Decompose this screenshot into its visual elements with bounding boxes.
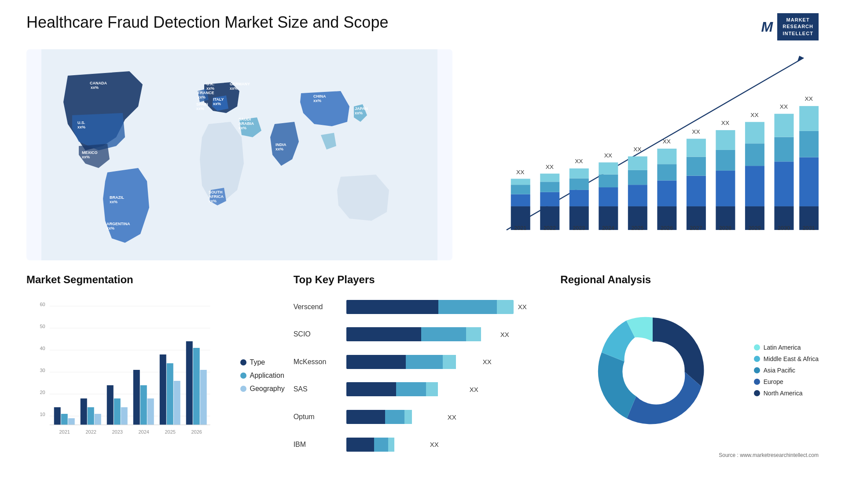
svg-text:2024: 2024 — [602, 225, 614, 231]
world-map-svg: CANADA xx% U.S. xx% MEXICO xx% BRAZIL xx… — [26, 49, 452, 260]
player-val-scio: XX — [500, 331, 514, 338]
svg-text:2024: 2024 — [139, 429, 149, 435]
segmentation-section: Market Segmentation 60 50 40 30 20 10 — [26, 274, 285, 458]
legend-application: Application — [240, 372, 285, 380]
svg-text:JAPAN: JAPAN — [355, 106, 368, 111]
svg-text:xx%: xx% — [213, 102, 221, 106]
svg-text:XX: XX — [750, 112, 758, 118]
svg-text:xx%: xx% — [206, 86, 214, 91]
regional-label-middle-east: Middle East & Africa — [764, 355, 819, 362]
svg-rect-130 — [200, 370, 207, 425]
players-title: Top Key Players — [294, 274, 552, 286]
svg-text:XX: XX — [633, 146, 641, 153]
svg-rect-58 — [628, 157, 647, 170]
svg-rect-120 — [114, 398, 121, 425]
svg-text:2029: 2029 — [748, 225, 760, 231]
svg-text:2025: 2025 — [165, 429, 176, 435]
svg-text:SAUDI: SAUDI — [239, 117, 251, 121]
svg-text:30: 30 — [40, 368, 45, 373]
player-name-3: SAS — [294, 385, 338, 393]
legend-dot-geography — [240, 386, 246, 392]
player-bar-bg-mckesson — [346, 355, 478, 369]
svg-rect-48 — [569, 168, 589, 179]
segmentation-content: 60 50 40 30 20 10 — [26, 293, 285, 458]
svg-text:XX: XX — [575, 158, 583, 164]
svg-text:40: 40 — [40, 346, 45, 351]
regional-dot-europe — [754, 379, 760, 385]
regional-legend-asia-pacific: Asia Pacific — [754, 367, 819, 374]
player-name-0: Verscend — [294, 303, 338, 311]
player-name-1: SCIO — [294, 330, 338, 338]
regional-label-europe: Europe — [764, 378, 783, 385]
svg-text:XX: XX — [780, 103, 788, 110]
svg-rect-73 — [716, 130, 735, 150]
bar-chart-section: XX XX XX XX — [470, 49, 819, 260]
players-bars-list: XX XX — [346, 293, 552, 458]
regional-legend: Latin America Middle East & Africa Asia … — [754, 344, 819, 397]
svg-rect-129 — [193, 348, 200, 425]
svg-text:GERMANY: GERMANY — [230, 82, 250, 86]
svg-text:XX: XX — [663, 138, 671, 145]
svg-text:XX: XX — [692, 128, 700, 135]
svg-rect-119 — [107, 385, 114, 425]
svg-rect-83 — [774, 114, 794, 137]
svg-rect-114 — [61, 414, 68, 425]
donut-chart-area — [560, 309, 745, 432]
svg-rect-63 — [657, 149, 676, 164]
svg-text:2023: 2023 — [112, 429, 123, 435]
svg-text:2023: 2023 — [573, 225, 585, 231]
svg-rect-66 — [687, 176, 706, 206]
svg-rect-76 — [745, 166, 764, 206]
svg-text:AFRICA: AFRICA — [209, 194, 224, 199]
source-text: Source : www.marketresearchintellect.com — [560, 452, 819, 458]
svg-rect-115 — [68, 418, 75, 425]
player-bar-sas: XX — [346, 382, 552, 396]
svg-rect-56 — [628, 185, 647, 206]
player-name-2: McKesson — [294, 358, 338, 366]
svg-text:ARABIA: ARABIA — [239, 121, 254, 126]
svg-rect-41 — [540, 192, 559, 206]
header-row: Healthcare Fraud Detection Market Size a… — [26, 13, 819, 40]
players-content: Verscend SCIO McKesson SAS Optum IBM — [294, 293, 552, 458]
logo-letter: M — [761, 19, 773, 35]
svg-rect-36 — [511, 194, 530, 206]
bar-chart-svg: XX XX XX XX — [470, 49, 819, 247]
player-bar-bg-verscend — [346, 300, 514, 314]
svg-point-138 — [626, 344, 679, 397]
regional-legend-latin-america: Latin America — [754, 344, 819, 351]
regional-dot-north-america — [754, 390, 760, 396]
regional-label-north-america: North America — [764, 390, 803, 397]
svg-rect-118 — [95, 414, 101, 425]
legend-label-geography: Geography — [250, 385, 285, 393]
svg-rect-125 — [160, 354, 166, 425]
svg-rect-127 — [174, 381, 180, 425]
svg-text:2022: 2022 — [86, 429, 96, 435]
legend-dot-type — [240, 359, 246, 365]
svg-rect-86 — [799, 157, 819, 207]
svg-rect-82 — [774, 137, 794, 162]
svg-rect-61 — [657, 181, 676, 207]
svg-rect-51 — [599, 187, 618, 206]
svg-text:CANADA: CANADA — [90, 81, 107, 85]
svg-text:2025: 2025 — [631, 225, 643, 231]
player-name-5: IBM — [294, 441, 338, 449]
regional-section: Regional Analysis — [560, 274, 819, 458]
player-bar-bg-optum — [346, 410, 443, 424]
svg-text:xx%: xx% — [355, 111, 363, 115]
svg-text:2027: 2027 — [690, 225, 702, 231]
svg-text:xx%: xx% — [198, 95, 206, 99]
svg-text:2021: 2021 — [514, 225, 526, 231]
svg-text:xx%: xx% — [276, 147, 283, 151]
bottom-row: Market Segmentation 60 50 40 30 20 10 — [26, 274, 819, 458]
svg-rect-37 — [511, 185, 530, 194]
svg-rect-126 — [167, 363, 173, 425]
svg-rect-128 — [186, 341, 193, 425]
svg-text:2030: 2030 — [778, 225, 790, 231]
svg-text:2031: 2031 — [803, 225, 815, 231]
regional-legend-north-america: North America — [754, 390, 819, 397]
svg-rect-87 — [799, 131, 819, 157]
svg-rect-42 — [540, 182, 559, 192]
svg-text:ITALY: ITALY — [213, 97, 224, 102]
logo-text: MARKETRESEARCHINTELLECT — [777, 13, 819, 40]
svg-rect-38 — [511, 179, 530, 185]
